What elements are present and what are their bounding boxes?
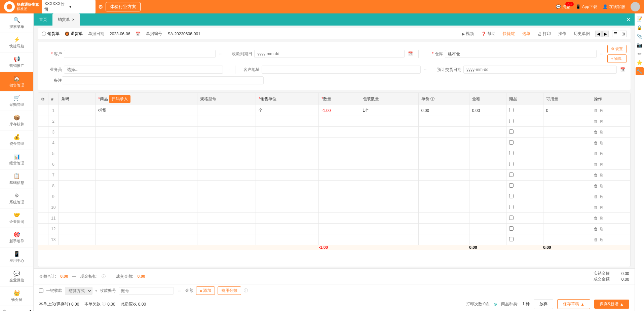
copy-icon[interactable]: ⎘ <box>600 151 603 156</box>
cell-product[interactable] <box>96 170 197 181</box>
cell-product[interactable] <box>96 148 197 159</box>
cell-pack-qty[interactable]: 1个 <box>360 105 418 116</box>
radio-sale[interactable]: 销货单 <box>42 31 60 37</box>
copy-icon[interactable]: ⎘ <box>600 194 603 199</box>
cell-product[interactable] <box>96 116 197 127</box>
cell-spec[interactable] <box>197 202 256 213</box>
due-date-calendar[interactable]: 📅 <box>407 51 414 56</box>
cell-qty[interactable] <box>319 159 360 170</box>
remark-input[interactable] <box>62 76 264 84</box>
sidebar-item-sales[interactable]: 🏠 销售管理 <box>0 72 33 91</box>
cell-action[interactable]: 🗑 ⎘ <box>591 170 630 181</box>
copy-icon[interactable]: ⎘ <box>600 173 603 178</box>
cell-unit[interactable] <box>256 138 319 148</box>
copy-icon[interactable]: ⎘ <box>600 119 603 124</box>
save-new-btn[interactable]: 保存&新增 ▲ <box>594 300 629 309</box>
cell-action[interactable]: 🗑 ⎘ <box>591 181 630 191</box>
table-view-btn[interactable]: ⊞ <box>620 31 627 37</box>
message-btn[interactable]: 💬 消息 99+ <box>556 4 570 10</box>
product-type-radio[interactable]: ⊙ <box>494 302 497 307</box>
cell-barcode[interactable] <box>59 170 96 181</box>
sidebar-item-member[interactable]: 👑 畅会员 <box>0 286 33 306</box>
copy-icon[interactable]: ⎘ <box>600 227 603 231</box>
expense-split-btn[interactable]: 费用分摊 <box>218 286 241 295</box>
delete-icon[interactable]: 🗑 <box>594 184 598 188</box>
cell-amount[interactable]: 0.00 <box>469 105 506 116</box>
company-selector[interactable]: XXXXXX公司 ▾ <box>42 0 96 14</box>
cell-spec[interactable] <box>197 116 256 127</box>
sidebar-item-guide[interactable]: 🎯 新手引导 <box>0 228 33 247</box>
delete-icon[interactable]: 🗑 <box>594 141 598 145</box>
prev-btn[interactable]: ◀ <box>595 31 602 37</box>
cell-qty[interactable] <box>319 148 360 159</box>
add-btn[interactable]: ● 添加 <box>196 286 215 295</box>
cell-spec[interactable] <box>197 181 256 191</box>
cell-gift[interactable] <box>506 127 543 138</box>
copy-icon[interactable]: ⎘ <box>600 205 603 210</box>
cell-unit[interactable] <box>256 181 319 191</box>
cell-pack-qty[interactable] <box>360 213 418 224</box>
video-btn[interactable]: ▶ 视频 <box>460 30 476 37</box>
cell-action[interactable]: 🗑 ⎘ <box>591 191 630 202</box>
cell-barcode[interactable] <box>59 127 96 138</box>
cell-unit[interactable] <box>256 127 319 138</box>
cell-amount[interactable] <box>469 202 506 213</box>
tab-sale-order[interactable]: 销货单 ✕ <box>52 13 80 26</box>
cell-pack-qty[interactable] <box>360 138 418 148</box>
settings-btn[interactable]: ⚙ 设置 <box>607 45 627 53</box>
settings-icon[interactable]: ⚙ <box>98 4 103 10</box>
copy-icon[interactable]: ⎘ <box>600 237 603 242</box>
due-date-input[interactable] <box>254 50 404 58</box>
cell-pack-qty[interactable] <box>360 191 418 202</box>
cell-product[interactable] <box>96 213 197 224</box>
cell-gift[interactable] <box>506 234 543 245</box>
cell-barcode[interactable] <box>59 234 96 245</box>
delete-icon[interactable]: 🗑 <box>594 130 598 134</box>
warehouse-input[interactable] <box>445 50 597 58</box>
cell-barcode[interactable] <box>59 159 96 170</box>
cell-action[interactable]: 🗑 ⎘ <box>591 105 630 116</box>
history-btn[interactable]: 历史单据 <box>572 30 592 37</box>
select-btn[interactable]: 选单 <box>520 30 532 37</box>
cell-product[interactable] <box>96 127 197 138</box>
online-service-btn[interactable]: 👤 在线客服 <box>603 4 625 10</box>
cell-unit[interactable] <box>256 191 319 202</box>
cell-action[interactable]: 🗑 ⎘ <box>591 202 630 213</box>
cell-price[interactable] <box>418 202 469 213</box>
cell-barcode[interactable] <box>59 138 96 148</box>
cell-unit[interactable] <box>256 170 319 181</box>
one-click-pay-checkbox[interactable] <box>39 288 43 293</box>
cell-gift[interactable] <box>506 202 543 213</box>
addr-dots[interactable]: ··· <box>423 67 429 72</box>
cell-barcode[interactable] <box>59 116 96 127</box>
cell-spec[interactable] <box>197 138 256 148</box>
delete-icon[interactable]: 🗑 <box>594 151 598 156</box>
cell-barcode[interactable] <box>59 202 96 213</box>
cell-unit[interactable]: 个 <box>256 105 319 116</box>
cell-qty[interactable] <box>319 213 360 224</box>
cell-qty[interactable] <box>319 234 360 245</box>
print-btn[interactable]: 🖨 打印 <box>536 30 553 37</box>
cell-product[interactable] <box>96 234 197 245</box>
cell-price[interactable] <box>418 234 469 245</box>
cell-product[interactable] <box>96 181 197 191</box>
warehouse-dots[interactable]: ··· <box>599 51 605 56</box>
cell-action[interactable]: 🗑 ⎘ <box>591 213 630 224</box>
cell-pack-qty[interactable] <box>360 234 418 245</box>
cell-unit[interactable] <box>256 234 319 245</box>
save-draft-btn[interactable]: 保存草稿 ▲ <box>557 299 590 309</box>
action-btn[interactable]: 操作 <box>556 30 568 37</box>
cell-qty[interactable] <box>319 127 360 138</box>
cell-product[interactable] <box>96 224 197 234</box>
cell-spec[interactable] <box>197 234 256 245</box>
cell-pack-qty[interactable] <box>360 224 418 234</box>
cell-spec[interactable] <box>197 105 256 116</box>
cell-unit[interactable] <box>256 116 319 127</box>
cell-amount[interactable] <box>469 127 506 138</box>
cell-pack-qty[interactable] <box>360 181 418 191</box>
scan-btn[interactable]: 扫码录入 <box>109 95 130 103</box>
cell-gift[interactable] <box>506 224 543 234</box>
cell-amount[interactable] <box>469 159 506 170</box>
delete-icon[interactable]: 🗑 <box>594 108 598 113</box>
logistics-btn[interactable]: + 物流 <box>607 54 627 63</box>
